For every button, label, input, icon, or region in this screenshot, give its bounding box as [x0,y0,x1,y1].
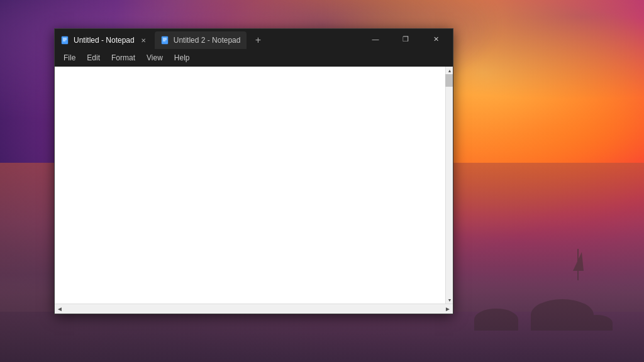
rock1 [531,299,594,331]
tab-2-label: Untitled 2 - Notepad [174,36,241,45]
scroll-up-arrow[interactable]: ▲ [446,67,453,74]
menu-format[interactable]: Format [106,51,140,65]
menu-bar: File Edit Format View Help [55,49,453,67]
scroll-left-arrow[interactable]: ◄ [55,305,65,312]
bottom-bar: ◄ ► [55,304,453,314]
vertical-scrollbar-thumb[interactable] [445,74,453,87]
minimize-button[interactable]: — [361,29,390,49]
tab-1-label: Untitled - Notepad [74,36,135,45]
title-bar: Untitled - Notepad ✕ Untitled 2 - Notepa… [55,29,453,49]
maximize-button[interactable]: ❐ [391,29,420,49]
rock2 [474,309,518,331]
menu-file[interactable]: File [58,51,80,65]
svg-rect-0 [62,36,68,44]
rock3 [581,315,613,331]
text-area-container: ▲ ▼ [55,67,453,304]
horizontal-scrollbar-track[interactable] [65,304,443,314]
tabs-area: Untitled - Notepad ✕ Untitled 2 - Notepa… [55,29,358,49]
close-button[interactable]: ✕ [421,29,450,49]
vertical-scrollbar[interactable]: ▲ ▼ [445,67,453,304]
notepad-window: Untitled - Notepad ✕ Untitled 2 - Notepa… [54,28,453,314]
menu-edit[interactable]: Edit [82,51,105,65]
tab-untitled-2[interactable]: Untitled 2 - Notepad [155,31,247,49]
menu-view[interactable]: View [142,51,168,65]
svg-rect-4 [162,36,168,44]
window-controls: — ❐ ✕ [358,29,453,49]
scroll-right-arrow[interactable]: ► [443,305,453,312]
notepad-icon-1 [61,36,70,45]
menu-help[interactable]: Help [169,51,195,65]
scroll-down-arrow[interactable]: ▼ [446,296,453,304]
tab-1-close-button[interactable]: ✕ [138,35,148,45]
tab-untitled-1[interactable]: Untitled - Notepad ✕ [55,31,155,49]
notepad-icon-2 [161,36,170,45]
text-editor[interactable] [55,67,453,304]
rocks-silhouette [436,255,613,331]
sailboat-silhouette [572,243,584,280]
new-tab-button[interactable]: + [249,31,267,49]
